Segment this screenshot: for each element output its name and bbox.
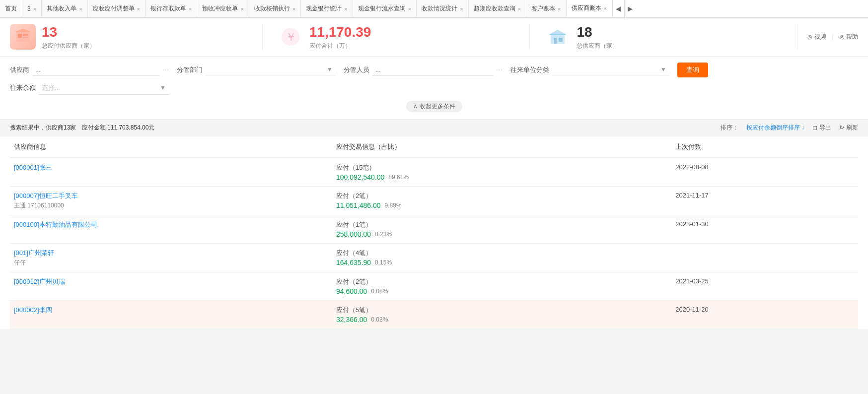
tab-supplier-ledger[interactable]: 供应商账本 ×: [567, 0, 612, 18]
table-row: [001]广州荣轩仔仔应付（4笔）164,635.900.15%: [10, 243, 858, 272]
top-right-links: ◎ 视频 | ◎ 帮助: [797, 33, 858, 41]
tab-receipt-stat[interactable]: 收款情况统计 ×: [417, 0, 468, 18]
person-filter-label: 分管人员: [344, 66, 369, 74]
video-link[interactable]: ◎ 视频: [807, 33, 826, 41]
balance-select-value: 选择...: [42, 83, 60, 92]
dept-select[interactable]: ▼: [206, 64, 336, 75]
payable-percent: 0.23%: [375, 231, 392, 238]
help-link[interactable]: ◎ 帮助: [840, 33, 858, 41]
result-actions: 排序： 按应付余额倒序排序 ↓ ◻ 导出 ↻ 刷新: [721, 124, 858, 132]
refresh-button[interactable]: ↻ 刷新: [839, 124, 858, 132]
supplier-link[interactable]: [000001]张三: [14, 164, 52, 171]
video-icon: ◎: [807, 34, 812, 40]
supplier-cell: [000100]本特勤油品有限公司: [10, 215, 332, 243]
filter-person: 分管人员 ···: [344, 64, 503, 76]
tab-cash-bank-flow[interactable]: 现金银行流水查询 ×: [353, 0, 417, 18]
tab-ar-ap-adjust-label: 应收应付调整单: [93, 4, 135, 13]
dept-filter-label: 分管部门: [177, 66, 203, 74]
supplier-dots-icon[interactable]: ···: [162, 66, 169, 74]
tab-receipt-verify-close[interactable]: ×: [292, 6, 295, 12]
tab-ar-ap-adjust-close[interactable]: ×: [137, 6, 140, 12]
balance-select[interactable]: 选择... ▼: [39, 81, 169, 95]
filter-category: 往来单位分类 ▼: [510, 64, 669, 75]
supplier-link[interactable]: [000012]广州贝瑞: [14, 278, 65, 285]
tab-3[interactable]: 3 ×: [22, 0, 42, 18]
collapse-icon: ∧: [413, 103, 418, 110]
last-payment-cell: 2021-03-25: [671, 272, 858, 300]
tab-bar: 首页 3 × 其他收入单 × 应收应付调整单 × 银行存取款单 × 预收冲应收单…: [0, 0, 868, 18]
sort-select[interactable]: 按应付余额倒序排序 ↓: [746, 124, 804, 132]
supplier-link[interactable]: [000002]李四: [14, 306, 52, 314]
payable-cell: 应付（4笔）164,635.900.15%: [332, 243, 671, 272]
tab-advance-ar[interactable]: 预收冲应收单 ×: [197, 0, 249, 18]
tab-bank-deposit-close[interactable]: ×: [189, 6, 192, 12]
query-button[interactable]: 查询: [677, 63, 708, 77]
svg-rect-2: [23, 34, 28, 36]
person-dots-icon[interactable]: ···: [496, 66, 503, 74]
payable-amount-link[interactable]: 11,051,486.00: [336, 201, 381, 209]
tab-cash-bank-stat[interactable]: 现金银行统计 ×: [301, 0, 353, 18]
supplier-sub-info: 仔仔: [14, 259, 328, 267]
tab-ar-ap-adjust[interactable]: 应收应付调整单 ×: [88, 0, 145, 18]
tab-customer-ledger-close[interactable]: ×: [558, 6, 561, 12]
payable-amount-link[interactable]: 100,092,540.00: [336, 173, 384, 181]
supplier-cell: [000012]广州贝瑞: [10, 272, 332, 300]
supplier-info: 13 总应付供应商（家）: [42, 24, 95, 50]
tab-overdue-ar[interactable]: 超期应收款查询 ×: [469, 0, 526, 18]
tab-receipt-verify[interactable]: 收款核销执行 ×: [249, 0, 301, 18]
table-row: [000007]恒旺二手叉车王通 17106110000应付（2笔）11,051…: [10, 186, 858, 215]
payable-cell: 应付（2笔）11,051,486.009.89%: [332, 186, 671, 215]
category-arrow-icon: ▼: [660, 66, 666, 73]
filter-row-1: 供应商 ··· 分管部门 ▼ 分管人员 ··· 往来单位分类 ▼ 查询: [10, 63, 858, 77]
supplier-link[interactable]: [000007]恒旺二手叉车: [14, 192, 78, 199]
total-payable-suppliers-label: 总应付供应商（家）: [42, 42, 95, 50]
tab-cash-bank-flow-close[interactable]: ×: [408, 6, 411, 12]
tab-nav-next[interactable]: ▶: [624, 0, 636, 18]
tab-advance-ar-label: 预收冲应收单: [202, 4, 238, 13]
payable-amount-link[interactable]: 258,000.00: [336, 230, 371, 238]
payable-amount-link[interactable]: 164,635.90: [336, 259, 371, 266]
payable-amount-link[interactable]: 94,600.00: [336, 287, 367, 295]
collapse-button[interactable]: ∧ 收起更多条件: [406, 101, 462, 112]
result-bar: 搜索结果中，供应商13家 应付金额 111,703,854.00元 排序： 按应…: [0, 120, 868, 136]
collapse-btn-wrap: ∧ 收起更多条件: [10, 99, 858, 115]
supplier-link[interactable]: [000100]本特勤油品有限公司: [14, 221, 97, 228]
supplier-table: 供应商信息 应付交易信息（占比） 上次付数 [000001]张三应付（15笔）1…: [10, 136, 858, 329]
collapse-label: 收起更多条件: [420, 102, 455, 111]
dept-arrow-icon: ▼: [327, 66, 333, 73]
tab-cash-bank-flow-label: 现金银行流水查询: [358, 4, 406, 13]
result-amount-label: 应付金额: [82, 124, 106, 131]
tab-customer-ledger-label: 客户账本: [531, 4, 555, 13]
svg-rect-8: [554, 38, 557, 44]
data-table-wrap: 供应商信息 应付交易信息（占比） 上次付数 [000001]张三应付（15笔）1…: [0, 136, 868, 329]
tab-cash-bank-stat-close[interactable]: ×: [344, 6, 347, 12]
total-suppliers-info: 18 总供应商（家）: [577, 24, 618, 50]
tab-nav-prev[interactable]: ◀: [612, 0, 624, 18]
payable-percent: 0.03%: [371, 316, 388, 323]
balance-arrow-icon: ▼: [160, 84, 166, 91]
category-select[interactable]: ▼: [552, 64, 669, 75]
tab-overdue-ar-close[interactable]: ×: [518, 6, 521, 12]
tab-bank-deposit[interactable]: 银行存取款单 ×: [145, 0, 197, 18]
payable-label: 应付（5笔）: [336, 306, 667, 315]
tab-other-income-close[interactable]: ×: [79, 6, 82, 12]
supplier-input[interactable]: [32, 64, 159, 76]
total-suppliers: 18: [577, 24, 618, 41]
result-info: 搜索结果中，供应商13家 应付金额 111,703,854.00元: [10, 124, 154, 132]
supplier-link[interactable]: [001]广州荣轩: [14, 249, 54, 257]
payable-percent: 0.15%: [375, 259, 392, 266]
payable-amount-link[interactable]: 32,366.00: [336, 316, 367, 324]
tab-customer-ledger[interactable]: 客户账本 ×: [526, 0, 566, 18]
tab-3-close[interactable]: ×: [33, 6, 36, 12]
person-input[interactable]: [372, 64, 493, 76]
tab-home[interactable]: 首页: [0, 0, 22, 18]
last-payment-cell: 2023-01-30: [671, 215, 858, 243]
payable-percent: 9.89%: [385, 202, 402, 209]
separator: |: [832, 33, 834, 40]
result-amount-value: 111,703,854.00元: [107, 124, 154, 131]
tab-supplier-ledger-close[interactable]: ×: [604, 5, 607, 11]
tab-other-income[interactable]: 其他收入单 ×: [42, 0, 87, 18]
tab-receipt-stat-close[interactable]: ×: [460, 6, 463, 12]
export-button[interactable]: ◻ 导出: [812, 124, 831, 132]
tab-advance-ar-close[interactable]: ×: [240, 6, 243, 12]
